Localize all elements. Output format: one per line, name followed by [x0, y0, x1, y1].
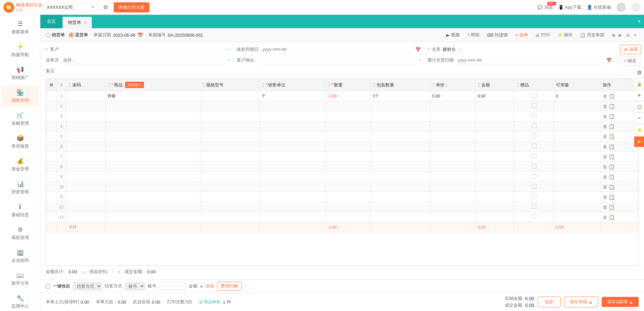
- row-qty[interactable]: [325, 131, 371, 142]
- row-settings[interactable]: [46, 121, 56, 131]
- customer-select-btn[interactable]: ···: [227, 46, 230, 52]
- float-btn-5[interactable]: ✏: [634, 113, 644, 124]
- delete-row-icon[interactable]: 🗑: [603, 204, 607, 210]
- operate-btn[interactable]: ⚡ 操作: [555, 31, 575, 39]
- row-unit[interactable]: [260, 121, 325, 131]
- copy-row-icon[interactable]: 📋: [609, 124, 614, 129]
- row-product[interactable]: 拆贩: [106, 91, 200, 101]
- gift-checkbox[interactable]: [532, 103, 536, 108]
- row-barcode[interactable]: [67, 172, 106, 182]
- copy-row-icon[interactable]: 📋: [609, 93, 614, 99]
- row-unit[interactable]: 个: [260, 91, 325, 101]
- sidebar-item-operations[interactable]: 📊 经营管理: [1, 177, 39, 198]
- row-unit[interactable]: [260, 131, 325, 142]
- row-product[interactable]: [106, 202, 200, 212]
- row-settings[interactable]: [46, 172, 56, 182]
- payment-method-select[interactable]: 结算方式: [73, 282, 102, 290]
- row-gift[interactable]: [515, 142, 554, 152]
- sidebar-item-purchase[interactable]: 🛒 采购管理: [1, 108, 39, 130]
- row-qty[interactable]: [325, 121, 371, 131]
- row-spec[interactable]: [200, 182, 260, 192]
- row-pack-qty[interactable]: [371, 162, 430, 172]
- history-btn[interactable]: 📋 历史单据: [578, 31, 606, 39]
- trial-button[interactable]: 体验行业方案: [114, 2, 149, 12]
- row-pack-qty[interactable]: [371, 101, 430, 111]
- radio-return-order[interactable]: 退货单: [69, 32, 88, 38]
- row-unit[interactable]: [260, 101, 325, 111]
- copy-row-icon[interactable]: 📋: [609, 174, 614, 180]
- delete-row-icon[interactable]: 🗑: [603, 154, 607, 159]
- gift-checkbox[interactable]: [532, 194, 536, 199]
- row-spec[interactable]: [200, 111, 260, 121]
- copy-row-icon[interactable]: 📋: [609, 184, 614, 190]
- grid-view-btn[interactable]: ⊞: [624, 32, 631, 38]
- row-spec[interactable]: [200, 142, 260, 152]
- row-product[interactable]: [106, 212, 200, 222]
- save-new-button[interactable]: 保存&新增 ▲: [602, 297, 639, 307]
- payment-amount-input[interactable]: [159, 282, 186, 290]
- row-amount[interactable]: 0.00: [476, 91, 515, 101]
- row-amount[interactable]: [476, 111, 515, 121]
- row-amount[interactable]: [476, 202, 515, 212]
- row-product[interactable]: [106, 172, 200, 182]
- row-unit[interactable]: [260, 192, 325, 202]
- row-barcode[interactable]: [67, 182, 106, 192]
- row-barcode[interactable]: [67, 101, 106, 111]
- row-qty[interactable]: [325, 202, 371, 212]
- row-price[interactable]: [430, 172, 476, 182]
- row-settings[interactable]: [46, 142, 56, 152]
- gift-checkbox[interactable]: [532, 93, 536, 98]
- sidebar-item-enterprise[interactable]: 🏢 企业协同: [1, 245, 39, 267]
- row-pack-qty[interactable]: [371, 212, 430, 222]
- row-unit[interactable]: [260, 152, 325, 162]
- price-info-icon[interactable]: ℹ: [446, 83, 447, 87]
- row-barcode[interactable]: [67, 111, 106, 121]
- row-unit[interactable]: [260, 162, 325, 172]
- row-pack-qty[interactable]: [371, 131, 430, 142]
- copy-row-icon[interactable]: 📋: [609, 154, 614, 159]
- one-click-payment-checkbox[interactable]: [46, 284, 50, 288]
- save-draft-button[interactable]: 保存草稿 ▲: [564, 297, 599, 307]
- gift-checkbox[interactable]: [532, 214, 536, 219]
- copy-row-icon[interactable]: 📋: [609, 194, 614, 200]
- discount-info-icon[interactable]: ℹ: [112, 269, 114, 274]
- row-gift[interactable]: [515, 111, 554, 121]
- row-settings[interactable]: [46, 182, 56, 192]
- row-amount[interactable]: [476, 172, 515, 182]
- expense-btn[interactable]: 费用分摊: [217, 282, 242, 290]
- row-qty[interactable]: [325, 162, 371, 172]
- row-settings[interactable]: [46, 152, 56, 162]
- gift-checkbox[interactable]: [532, 174, 536, 179]
- row-pack-qty[interactable]: [371, 172, 430, 182]
- gift-checkbox[interactable]: [532, 144, 536, 148]
- message-button[interactable]: 💬 消息 99+: [537, 4, 553, 10]
- avatar-secondary[interactable]: [631, 3, 641, 12]
- row-settings[interactable]: [46, 202, 56, 212]
- sidebar-item-basic-info[interactable]: ℹ 基础信息: [1, 200, 39, 221]
- sidebar-item-finance[interactable]: 💰 资金管理: [1, 154, 39, 176]
- row-price[interactable]: [430, 202, 476, 212]
- row-gift[interactable]: [515, 121, 554, 131]
- row-gift[interactable]: [515, 101, 554, 111]
- row-product[interactable]: [106, 142, 200, 152]
- sidebar-item-system[interactable]: ⚙ 系统管理: [1, 223, 39, 244]
- sidebar-item-apps[interactable]: 🔧 应用中心: [1, 291, 39, 311]
- row-spec[interactable]: [200, 121, 260, 131]
- delete-row-icon[interactable]: 🗑: [603, 194, 607, 200]
- row-barcode[interactable]: [67, 192, 106, 202]
- gift-checkbox[interactable]: [532, 133, 536, 138]
- payment-help-icon[interactable]: ?: [244, 284, 247, 289]
- delete-row-icon[interactable]: 🗑: [603, 104, 607, 109]
- close-all-tabs-icon[interactable]: ×: [638, 18, 641, 24]
- float-btn-6[interactable]: ⭐: [634, 124, 644, 135]
- row-qty[interactable]: -1.00: [325, 91, 371, 101]
- row-gift[interactable]: [515, 182, 554, 192]
- row-spec[interactable]: [200, 212, 260, 222]
- row-pack-qty[interactable]: [371, 192, 430, 202]
- gift-checkbox[interactable]: [532, 113, 536, 118]
- copy-row-icon[interactable]: 📋: [609, 134, 614, 139]
- row-pack-qty[interactable]: [371, 111, 430, 121]
- row-product[interactable]: [106, 152, 200, 162]
- row-spec[interactable]: [200, 131, 260, 142]
- row-product[interactable]: [106, 131, 200, 142]
